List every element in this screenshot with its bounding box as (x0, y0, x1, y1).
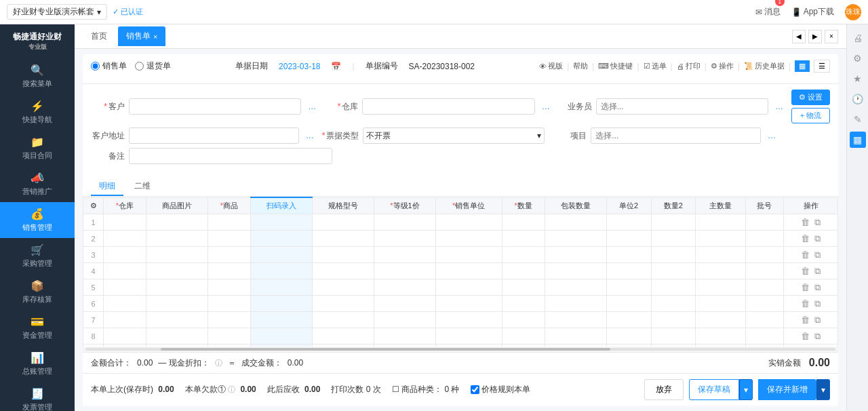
cell-unit2[interactable] (606, 263, 651, 279)
cell-product-img[interactable] (146, 296, 208, 312)
company-selector[interactable]: 好业财专业版演示帐套 ▾ (7, 4, 107, 20)
cell-qty2[interactable] (651, 328, 696, 345)
sidebar-item-purchase[interactable]: 🛒 采购管理 (0, 238, 75, 274)
salesman-input[interactable] (596, 98, 768, 115)
cell-qty2[interactable] (651, 263, 696, 279)
cell-unit2[interactable] (606, 279, 651, 296)
cell-product[interactable] (208, 328, 251, 345)
cell-unit2[interactable] (606, 231, 651, 247)
ops-btn[interactable]: ⚙ 操作 (711, 61, 734, 71)
cell-batch-input[interactable] (250, 247, 312, 263)
cell-spec[interactable] (313, 296, 374, 312)
customer-input[interactable] (129, 98, 301, 115)
cell-pack-qty[interactable] (545, 328, 606, 345)
delete-row-btn[interactable]: 🗑 (800, 315, 811, 325)
print-btn[interactable]: 🖨 打印 (677, 61, 701, 71)
warehouse-dots[interactable]: … (542, 102, 550, 111)
cell-product[interactable] (208, 296, 251, 312)
grid-view-btn[interactable]: ▦ (795, 60, 810, 72)
help-btn[interactable]: 帮助 (573, 61, 588, 71)
side-icon-2[interactable]: ⚙ (850, 50, 866, 66)
history-btn[interactable]: 📜 历史单据 (744, 61, 785, 71)
copy-row-btn[interactable]: ⧉ (813, 315, 822, 326)
cell-warehouse[interactable] (104, 231, 146, 247)
cell-price1[interactable] (374, 247, 435, 263)
user-profile[interactable]: 珠珠 (845, 4, 861, 20)
side-icon-1[interactable]: 🖨 (850, 30, 866, 46)
cell-qty2[interactable] (651, 296, 696, 312)
sidebar-item-invoice[interactable]: 🧾 发票管理 (0, 382, 75, 411)
save-draft-btn[interactable]: 保存草稿 (689, 379, 739, 400)
cell-sales-unit[interactable] (435, 328, 502, 345)
discard-btn[interactable]: 放弃 (644, 379, 684, 400)
project-dots[interactable]: … (768, 131, 776, 140)
cell-product-img[interactable] (146, 312, 208, 328)
cell-price1[interactable] (374, 263, 435, 279)
cell-pack-qty[interactable] (545, 279, 606, 296)
copy-row-btn[interactable]: ⧉ (813, 331, 822, 342)
copy-row-btn[interactable]: ⧉ (813, 266, 822, 277)
list-view-btn[interactable]: ☰ (814, 60, 830, 73)
th-settings[interactable]: ⚙ (83, 197, 104, 214)
cell-quantity[interactable] (502, 231, 545, 247)
cell-batch[interactable] (745, 279, 783, 296)
save-new-btn[interactable]: 保存并新增 (758, 379, 816, 400)
cell-price1[interactable] (374, 231, 435, 247)
cell-quantity[interactable] (502, 247, 545, 263)
cell-sales-unit[interactable] (435, 279, 502, 296)
cell-price1[interactable] (374, 279, 435, 296)
cell-product-img[interactable] (146, 263, 208, 279)
cell-price1[interactable] (374, 312, 435, 328)
calendar-icon[interactable]: 📅 (331, 62, 341, 71)
cell-batch[interactable] (745, 312, 783, 328)
view-btn[interactable]: 👁 视版 (539, 61, 563, 71)
cell-batch[interactable] (745, 296, 783, 312)
cell-product[interactable] (208, 214, 251, 231)
delete-row-btn[interactable]: 🗑 (800, 282, 811, 292)
cell-quantity[interactable] (502, 214, 545, 231)
cell-product[interactable] (208, 279, 251, 296)
cell-spec[interactable] (313, 328, 374, 345)
cell-unit2[interactable] (606, 328, 651, 345)
cell-batch-input[interactable] (250, 214, 312, 231)
cell-qty2[interactable] (651, 312, 696, 328)
copy-row-btn[interactable]: ⧉ (813, 233, 822, 244)
tab-detail[interactable]: 明细 (91, 178, 123, 196)
sidebar-item-search[interactable]: 🔍 搜索菜单 (0, 58, 75, 94)
cell-sales-unit[interactable] (435, 263, 502, 279)
cell-warehouse[interactable] (104, 296, 146, 312)
cell-sales-unit[interactable] (435, 312, 502, 328)
notes-input[interactable] (129, 148, 332, 164)
cell-batch-input[interactable] (250, 296, 312, 312)
cell-qty2[interactable] (651, 279, 696, 296)
copy-row-btn[interactable]: ⧉ (813, 298, 822, 309)
side-icon-6[interactable]: ▦ (850, 132, 866, 148)
cell-unit2[interactable] (606, 312, 651, 328)
sale-radio[interactable]: 销售单 (91, 60, 127, 72)
sidebar-item-inventory[interactable]: 📦 库存核算 (0, 274, 75, 310)
cell-batch[interactable] (745, 247, 783, 263)
cell-main-qty[interactable] (696, 328, 746, 345)
copy-row-btn[interactable]: ⧉ (813, 217, 822, 228)
cell-batch[interactable] (745, 214, 783, 231)
save-new-dropdown[interactable]: ▾ (816, 379, 830, 400)
delete-row-btn[interactable]: 🗑 (800, 266, 811, 276)
cell-batch[interactable] (745, 328, 783, 345)
cell-batch-input[interactable] (250, 279, 312, 296)
sidebar-item-marketing[interactable]: 📣 营销推广 (0, 166, 75, 202)
side-icon-3[interactable]: ★ (850, 71, 866, 87)
cell-main-qty[interactable] (696, 231, 746, 247)
delete-row-btn[interactable]: 🗑 (800, 217, 811, 227)
sidebar-item-general[interactable]: 📊 总账管理 (0, 346, 75, 382)
copy-row-btn[interactable]: ⧉ (813, 250, 822, 260)
shortcut-btn[interactable]: ⌨ 快捷键 (598, 61, 633, 71)
address-dots[interactable]: … (306, 131, 314, 140)
messages-btn[interactable]: ✉ 1 消息 (755, 6, 781, 18)
cell-batch-input[interactable] (250, 231, 312, 247)
cell-batch-input[interactable] (250, 328, 312, 345)
cell-pack-qty[interactable] (545, 247, 606, 263)
cell-qty2[interactable] (651, 247, 696, 263)
tab-2d[interactable]: 二维 (126, 178, 159, 196)
save-draft-dropdown[interactable]: ▾ (739, 379, 753, 400)
cell-spec[interactable] (313, 231, 374, 247)
